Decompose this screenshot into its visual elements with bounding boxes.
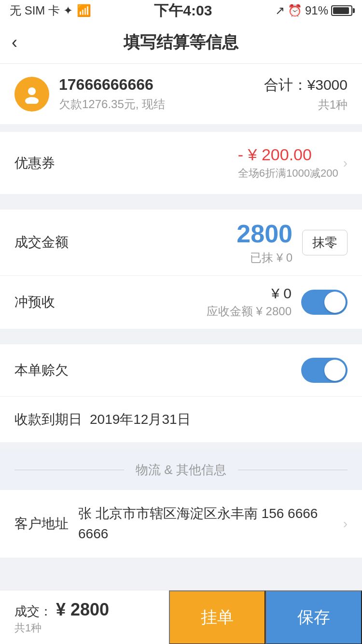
prepaid-amount-block: ¥ 0 应收金额 ¥ 2800 <box>207 285 292 319</box>
already-rounded: 已抹 ¥ 0 <box>237 250 292 266</box>
status-time: 下午4:03 <box>154 1 212 21</box>
transaction-amount-block: 2800 已抹 ¥ 0 <box>237 219 292 266</box>
toggle-knob <box>324 292 346 313</box>
direction-icon: ↗ <box>275 4 285 17</box>
content-area: 17666666666 欠款1276.35元, 现结 合计：¥3000 共1种 … <box>0 64 362 644</box>
transaction-label: 成交金额 <box>14 233 69 252</box>
arrears-row: 本单赊欠 <box>0 344 362 396</box>
avatar <box>14 77 49 112</box>
customer-right: 合计：¥3000 共1种 <box>264 75 348 112</box>
page-title: 填写结算等信息 <box>124 31 238 54</box>
total-amount: 合计：¥3000 <box>264 75 348 95</box>
section-divider-3 <box>0 442 362 450</box>
coupon-description: 全场6折满1000减200 <box>238 166 338 181</box>
customer-left: 17666666666 欠款1276.35元, 现结 <box>14 76 165 112</box>
transaction-right: 2800 已抹 ¥ 0 抹零 <box>237 219 348 266</box>
svg-point-1 <box>25 97 39 104</box>
due-date-value: 2019年12月31日 <box>90 410 191 429</box>
receivable-amount: 应收金额 ¥ 2800 <box>207 304 292 319</box>
nav-bar: ‹ 填写结算等信息 <box>0 21 362 64</box>
address-label: 客户地址 <box>14 515 69 533</box>
prepaid-amount: ¥ 0 <box>207 285 292 302</box>
bottom-bar: 成交： ¥ 2800 共1种 挂单 保存 <box>0 590 362 644</box>
coupon-row[interactable]: 优惠券 - ¥ 200.00 全场6折满1000减200 › <box>0 132 362 194</box>
logistics-header: 物流 & 其他信息 <box>0 450 362 490</box>
prepaid-row: 冲预收 ¥ 0 应收金额 ¥ 2800 <box>0 275 362 329</box>
hang-order-button[interactable]: 挂单 <box>169 590 265 644</box>
logistics-title: 物流 & 其他信息 <box>124 462 238 478</box>
section-divider-2 <box>0 329 362 336</box>
prepaid-right: ¥ 0 应收金额 ¥ 2800 <box>207 285 348 319</box>
arrears-label: 本单赊欠 <box>14 361 69 379</box>
prepaid-toggle[interactable] <box>301 290 348 315</box>
svg-point-0 <box>28 87 36 95</box>
battery-fill <box>333 7 349 14</box>
section-divider-1 <box>0 202 362 210</box>
round-zero-button[interactable]: 抹零 <box>302 230 348 255</box>
coupon-info: - ¥ 200.00 全场6折满1000减200 <box>238 145 338 181</box>
total-count: 共1种 <box>264 97 348 112</box>
prepaid-label: 冲预收 <box>14 293 55 311</box>
bottom-transaction-row: 成交： ¥ 2800 <box>14 600 154 620</box>
chevron-right-icon: › <box>343 155 348 171</box>
bottom-summary-label: 成交： <box>14 603 52 620</box>
save-button[interactable]: 保存 <box>265 590 362 644</box>
wifi-icon: 📶 <box>77 4 91 17</box>
alarm-icon: ⏰ <box>288 4 302 17</box>
logistics-line-right <box>238 470 348 470</box>
bottom-summary-count: 共1种 <box>14 621 154 635</box>
bottom-summary: 成交： ¥ 2800 共1种 <box>0 600 169 635</box>
address-value: 张 北京市市辖区海淀区永丰南 156 6666 6666 <box>78 504 334 544</box>
coupon-label: 优惠券 <box>14 154 55 172</box>
battery-icon <box>331 5 352 16</box>
coupon-discount: - ¥ 200.00 <box>238 145 338 164</box>
address-chevron-icon: › <box>343 516 348 532</box>
customer-phone: 17666666666 <box>59 76 165 94</box>
due-date-row: 收款到期日 2019年12月31日 <box>0 396 362 442</box>
battery-percent: 91% <box>305 4 328 17</box>
status-bar: 无 SIM 卡 ✦ 📶 下午4:03 ↗ ⏰ 91% <box>0 0 362 21</box>
coupon-right: - ¥ 200.00 全场6折满1000减200 › <box>238 145 348 181</box>
status-left: 无 SIM 卡 ✦ 📶 <box>10 3 91 18</box>
due-date-label: 收款到期日 <box>14 410 82 429</box>
logistics-line-left <box>14 470 124 470</box>
back-button[interactable]: ‹ <box>12 32 17 53</box>
address-row[interactable]: 客户地址 张 北京市市辖区海淀区永丰南 156 6666 6666 › <box>0 490 362 558</box>
arrears-toggle[interactable] <box>301 358 348 383</box>
customer-info: 17666666666 欠款1276.35元, 现结 <box>59 76 165 112</box>
status-right: ↗ ⏰ 91% <box>275 4 352 17</box>
transaction-amount: 2800 <box>237 219 292 248</box>
customer-card: 17666666666 欠款1276.35元, 现结 合计：¥3000 共1种 <box>0 64 362 124</box>
transaction-row: 成交金额 2800 已抹 ¥ 0 抹零 <box>0 210 362 275</box>
bottom-summary-amount: ¥ 2800 <box>56 600 109 620</box>
arrears-toggle-knob <box>324 360 346 381</box>
sim-text: 无 SIM 卡 ✦ <box>10 3 73 18</box>
customer-debt: 欠款1276.35元, 现结 <box>59 97 165 112</box>
